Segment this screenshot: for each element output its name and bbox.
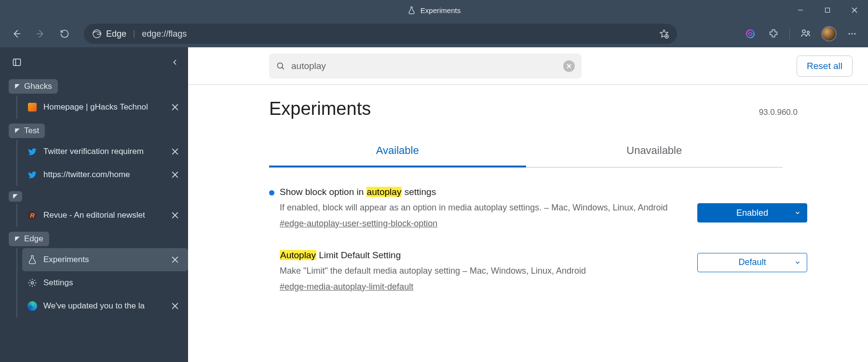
flag-title: Autoplay Limit Default Setting [280, 250, 684, 261]
flags-search-input[interactable] [291, 61, 557, 71]
flag-description: Make "Limit" the default media autoplay … [280, 265, 684, 278]
back-button[interactable] [6, 23, 27, 44]
vertical-tabs-sidebar: GhacksHomepage | gHacks TechnolTestTwitt… [0, 47, 188, 362]
sidebar-toggle-button[interactable] [9, 55, 25, 70]
flag-state-select[interactable]: Default [697, 253, 807, 272]
gear-icon [27, 278, 38, 288]
svg-rect-1 [826, 8, 830, 13]
flag-hash-link[interactable]: #edge-autoplay-user-setting-block-option [280, 219, 684, 229]
sidebar-tab[interactable]: Homepage | gHacks Technol [22, 96, 188, 119]
flag-state-value: Default [738, 257, 766, 267]
sidebar-collapse-button[interactable] [167, 55, 183, 70]
forward-button[interactable] [30, 23, 51, 44]
chevron-down-icon [794, 259, 801, 266]
tab-group-header[interactable] [9, 191, 22, 202]
svg-point-11 [849, 33, 850, 35]
clear-search-button[interactable] [563, 60, 575, 72]
copilot-icon[interactable] [740, 24, 760, 44]
sidebar-tab[interactable]: Twitter verification requirem [22, 140, 188, 163]
tab-available[interactable]: Available [269, 138, 526, 167]
address-url: edge://flags [142, 29, 187, 39]
window-titlebar: Experiments [0, 0, 868, 20]
svg-rect-14 [14, 59, 21, 65]
svg-line-30 [282, 67, 284, 69]
flags-tabs: Available Unavailable [269, 138, 783, 167]
window-maximize-button[interactable] [814, 0, 841, 20]
flag-item: Show block option in autoplay settingsIf… [269, 187, 809, 229]
tab-unavailable[interactable]: Unavailable [526, 138, 783, 167]
flag-list: Show block option in autoplay settingsIf… [269, 187, 809, 292]
flag-modified-indicator [269, 187, 280, 229]
sidebar-tab-label: Twitter verification requirem [43, 147, 163, 156]
tab-group-header[interactable]: Edge [9, 232, 49, 246]
tab-group-header[interactable]: Ghacks [9, 79, 58, 94]
search-icon [276, 61, 285, 71]
twitter-icon [27, 146, 38, 157]
sidebar-tab[interactable]: Experiments [22, 248, 188, 271]
flag-item: Autoplay Limit Default SettingMake "Limi… [269, 250, 809, 292]
sidebar-tab-label: Experiments [43, 255, 163, 265]
tab-group-label: Edge [24, 234, 43, 244]
reset-all-button[interactable]: Reset all [797, 56, 853, 77]
sidebar-tab[interactable]: https://twitter.com/home [22, 163, 188, 186]
address-bar[interactable]: Edge | edge://flags [84, 24, 677, 44]
close-tab-button[interactable] [169, 300, 181, 312]
sidebar-tab-label: Settings [43, 278, 183, 288]
close-tab-button[interactable] [169, 101, 181, 113]
chevron-down-icon [14, 128, 20, 134]
profile-avatar[interactable] [819, 24, 839, 44]
flag-title: Show block option in autoplay settings [280, 187, 684, 197]
sidebar-tab-label: https://twitter.com/home [43, 170, 163, 180]
twitter-icon [27, 169, 38, 180]
svg-point-13 [854, 33, 855, 35]
close-tab-button[interactable] [169, 168, 181, 181]
close-tab-button[interactable] [169, 145, 181, 158]
sidebar-tab-label: Revue - An editorial newslet [43, 210, 163, 220]
more-menu-button[interactable] [842, 24, 862, 44]
edge-icon [27, 301, 38, 311]
favorite-button[interactable] [659, 28, 669, 39]
address-brand: Edge [106, 29, 126, 39]
sidebar-tab[interactable]: We've updated you to the la [22, 294, 188, 318]
flag-state-value: Enabled [736, 208, 768, 218]
chevron-down-icon [14, 236, 20, 242]
flags-search-box[interactable] [269, 54, 582, 79]
chevron-down-icon [14, 84, 20, 89]
svg-point-10 [807, 31, 810, 34]
svg-point-12 [852, 33, 853, 35]
sidebar-tab-label: We've updated you to the la [43, 301, 163, 311]
sidebar-tab[interactable]: Settings [22, 271, 188, 294]
window-title: Experiments [420, 6, 461, 14]
address-separator: | [133, 29, 135, 38]
svg-point-9 [802, 30, 805, 33]
window-minimize-button[interactable] [787, 0, 814, 20]
tab-group-header[interactable]: Test [9, 124, 45, 138]
svg-point-26 [31, 282, 34, 284]
window-close-button[interactable] [841, 0, 868, 20]
tab-group-label: Ghacks [24, 82, 52, 91]
browser-toolbar: Edge | edge://flags [0, 20, 868, 47]
svg-point-8 [746, 30, 754, 38]
svg-point-29 [277, 63, 283, 68]
close-tab-button[interactable] [169, 209, 181, 222]
edge-logo-icon [92, 28, 102, 39]
sidebar-tab[interactable]: RRevue - An editorial newslet [22, 204, 188, 227]
toolbar-separator [789, 28, 790, 40]
flag-modified-indicator [269, 250, 280, 292]
close-tab-button[interactable] [169, 253, 181, 266]
version-label: 93.0.960.0 [759, 108, 798, 117]
chevron-down-icon [794, 209, 801, 216]
flag-hash-link[interactable]: #edge-media-autoplay-limit-default [280, 282, 684, 292]
chevron-down-icon [13, 194, 18, 199]
sidebar-tab-label: Homepage | gHacks Technol [43, 102, 163, 112]
account-switcher-icon[interactable] [796, 24, 816, 44]
flag-state-select[interactable]: Enabled [697, 203, 807, 223]
flag-description: If enabled, block will appear as an opti… [280, 201, 684, 215]
ghacks-icon [27, 102, 38, 112]
revue-icon: R [27, 210, 38, 221]
tab-group-label: Test [24, 126, 39, 136]
flask-icon [407, 6, 416, 14]
page-content: Reset all Experiments 93.0.960.0 Availab… [188, 47, 868, 362]
refresh-button[interactable] [54, 23, 75, 44]
extensions-icon[interactable] [763, 24, 784, 44]
